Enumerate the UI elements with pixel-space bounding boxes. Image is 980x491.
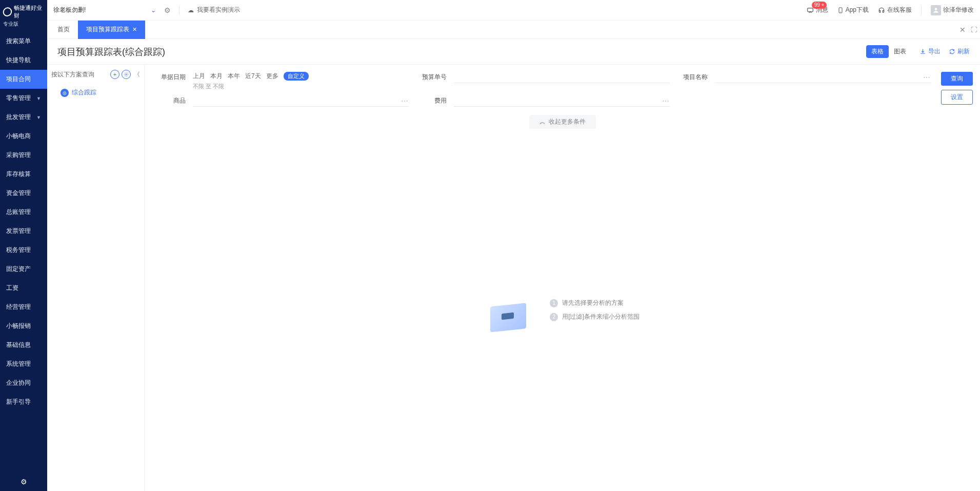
chevron-down-icon: ⌄ bbox=[151, 7, 156, 14]
svg-point-4 bbox=[126, 74, 127, 75]
view-table-button[interactable]: 表格 bbox=[866, 45, 889, 58]
export-icon bbox=[919, 48, 926, 55]
lookup-icon[interactable]: ⋯ bbox=[662, 97, 670, 105]
lookup-icon[interactable]: ⋯ bbox=[923, 73, 931, 82]
tab-budget-tracking[interactable]: 项目预算跟踪表 ✕ bbox=[78, 21, 145, 39]
collapse-panel-button[interactable]: 《 bbox=[134, 70, 140, 79]
date-more[interactable]: 更多 bbox=[266, 72, 278, 81]
close-icon[interactable]: ✕ bbox=[132, 26, 137, 33]
project-name-input[interactable]: ⋯ bbox=[715, 72, 931, 83]
chevron-down-icon: ▼ bbox=[36, 96, 41, 101]
gear-icon[interactable]: ⚙ bbox=[21, 478, 27, 486]
filter-product-label: 商品 bbox=[155, 95, 186, 105]
sidebar: 畅捷通好业财 专业版 搜索菜单 快捷导航 项目合同 零售管理▼ 批发管理▼ 小畅… bbox=[0, 0, 47, 491]
tab-label: 首页 bbox=[57, 25, 70, 34]
sidebar-item-fixed-assets[interactable]: 固定资产 bbox=[0, 260, 47, 279]
budget-no-input[interactable] bbox=[454, 72, 670, 83]
user-name: 徐泽华修改 bbox=[943, 6, 974, 14]
step-number-icon: 2 bbox=[550, 313, 558, 321]
messages-badge: 99 + bbox=[812, 2, 827, 9]
app-download-label: App下载 bbox=[846, 6, 869, 14]
svg-point-3 bbox=[935, 8, 937, 10]
sidebar-item-project-contract[interactable]: 项目合同 bbox=[0, 70, 47, 89]
sidebar-item-search[interactable]: 搜索菜单 bbox=[0, 32, 47, 51]
support-label: 在线客服 bbox=[887, 6, 912, 14]
export-button[interactable]: 导出 bbox=[919, 47, 941, 56]
step-text: 用[过滤]条件来缩小分析范围 bbox=[562, 312, 639, 321]
date-range-value: 不限 至 不限 bbox=[193, 83, 409, 90]
fee-input[interactable]: ⋯ bbox=[454, 95, 670, 107]
double-up-icon: ︽ bbox=[539, 117, 546, 126]
sidebar-item-guide[interactable]: 新手引导 bbox=[0, 392, 47, 411]
view-toggle: 表格 图表 bbox=[866, 45, 911, 58]
empty-state: 1 请先选择要分析的方案 2 用[过滤]条件来缩小分析范围 bbox=[145, 129, 980, 491]
plan-item-comprehensive[interactable]: ◎ 综合跟踪 bbox=[51, 86, 140, 99]
support-button[interactable]: 在线客服 bbox=[878, 6, 912, 14]
sidebar-item-inventory[interactable]: 库存核算 bbox=[0, 165, 47, 184]
avatar-icon bbox=[931, 5, 941, 15]
divider bbox=[921, 6, 922, 15]
app-download-button[interactable]: App下载 bbox=[837, 6, 869, 14]
plan-settings-button[interactable] bbox=[122, 70, 131, 79]
lookup-icon[interactable]: ⋯ bbox=[401, 97, 409, 105]
empty-illustration bbox=[485, 284, 536, 336]
date-last-7[interactable]: 近7天 bbox=[245, 72, 261, 81]
date-this-month[interactable]: 本月 bbox=[210, 72, 223, 81]
company-selector[interactable]: 徐老板勿删! ⌄ bbox=[53, 6, 156, 14]
step-text: 请先选择要分析的方案 bbox=[562, 299, 624, 307]
demo-label: 我要看实例演示 bbox=[197, 6, 240, 14]
plan-icon: ◎ bbox=[61, 89, 69, 97]
refresh-button[interactable]: 刷新 bbox=[949, 47, 970, 56]
brand-edition: 专业版 bbox=[0, 21, 47, 32]
cloud-icon: ☁ bbox=[188, 7, 194, 14]
sidebar-item-purchase[interactable]: 采购管理 bbox=[0, 146, 47, 165]
tab-home[interactable]: 首页 bbox=[49, 21, 78, 39]
filter-budget-no-label: 预算单号 bbox=[416, 72, 447, 82]
tabs-row: 首页 项目预算跟踪表 ✕ ✕ ⛶ bbox=[47, 21, 980, 39]
sidebar-item-funds[interactable]: 资金管理 bbox=[0, 184, 47, 203]
sidebar-item-wholesale[interactable]: 批发管理▼ bbox=[0, 108, 47, 127]
sidebar-item-quick-nav[interactable]: 快捷导航 bbox=[0, 51, 47, 70]
messages-button[interactable]: 消息 99 + bbox=[807, 6, 828, 14]
date-last-month[interactable]: 上月 bbox=[193, 72, 205, 81]
plan-panel: 按以下方案查询 + 《 ◎ 综合跟踪 bbox=[47, 65, 145, 491]
user-menu[interactable]: 徐泽华修改 bbox=[931, 5, 974, 15]
empty-step-1: 1 请先选择要分析的方案 bbox=[550, 299, 639, 307]
sidebar-item-collab[interactable]: 企业协同 bbox=[0, 374, 47, 392]
page-title: 项目预算跟踪表(综合跟踪) bbox=[57, 46, 165, 58]
filter-project-label: 项目名称 bbox=[677, 72, 708, 82]
query-button[interactable]: 查询 bbox=[941, 72, 973, 86]
sidebar-item-ecommerce[interactable]: 小畅电商 bbox=[0, 127, 47, 146]
refresh-icon bbox=[949, 48, 955, 55]
sidebar-item-tax[interactable]: 税务管理 bbox=[0, 241, 47, 260]
plan-label: 综合跟踪 bbox=[72, 88, 96, 97]
fullscreen-icon[interactable]: ⛶ bbox=[971, 26, 977, 33]
date-options: 上月 本月 本年 近7天 更多 自定义 bbox=[193, 72, 409, 81]
sidebar-item-system[interactable]: 系统管理 bbox=[0, 355, 47, 374]
sidebar-item-operation[interactable]: 经营管理 bbox=[0, 298, 47, 317]
plan-panel-title: 按以下方案查询 bbox=[51, 70, 94, 79]
filter-settings-button[interactable]: 设置 bbox=[941, 90, 973, 105]
collapse-filters-button[interactable]: ︽ 收起更多条件 bbox=[529, 115, 596, 129]
chevron-down-icon: ▼ bbox=[36, 115, 41, 120]
sidebar-item-salary[interactable]: 工资 bbox=[0, 279, 47, 298]
close-all-icon[interactable]: ✕ bbox=[959, 26, 966, 34]
sidebar-item-basic-info[interactable]: 基础信息 bbox=[0, 336, 47, 355]
sidebar-item-retail[interactable]: 零售管理▼ bbox=[0, 89, 47, 108]
brand-name: 畅捷通好业财 bbox=[14, 4, 44, 19]
demo-link[interactable]: ☁ 我要看实例演示 bbox=[188, 6, 240, 14]
sidebar-item-invoice[interactable]: 发票管理 bbox=[0, 222, 47, 241]
sidebar-item-expense[interactable]: 小畅报销 bbox=[0, 317, 47, 336]
view-chart-button[interactable]: 图表 bbox=[889, 45, 911, 58]
settings-icon[interactable]: ⚙ bbox=[164, 6, 171, 14]
logo-icon bbox=[1, 6, 13, 18]
sidebar-item-ledger[interactable]: 总账管理 bbox=[0, 203, 47, 222]
topbar: 徐老板勿删! ⌄ ⚙ ☁ 我要看实例演示 消息 99 + bbox=[47, 0, 980, 21]
date-custom[interactable]: 自定义 bbox=[284, 72, 309, 81]
export-label: 导出 bbox=[928, 47, 941, 56]
date-this-year[interactable]: 本年 bbox=[228, 72, 240, 81]
add-plan-button[interactable]: + bbox=[110, 70, 119, 79]
brand-logo: 畅捷通好业财 bbox=[0, 0, 47, 21]
product-input[interactable]: ⋯ bbox=[193, 95, 409, 107]
headset-icon bbox=[878, 7, 885, 14]
